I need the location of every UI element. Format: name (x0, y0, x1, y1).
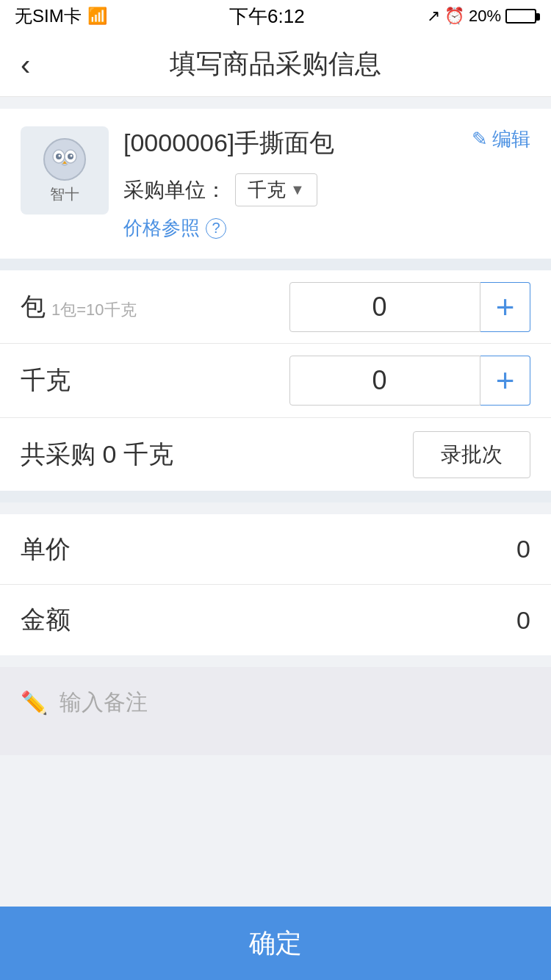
pack-plus-button[interactable]: + (480, 282, 530, 332)
kg-label: 千克 (21, 364, 109, 397)
purchase-unit-row: 采购单位： 千克 ▼ (123, 173, 530, 206)
alarm-icon: ⏰ (444, 7, 464, 26)
content-spacer (0, 755, 551, 917)
notes-placeholder: 输入备注 (60, 688, 148, 718)
kg-input[interactable] (289, 356, 480, 406)
kg-input-row: 千克 + (0, 344, 551, 417)
purchase-unit-label: 采购单位： (123, 176, 226, 204)
kg-plus-button[interactable]: + (480, 356, 530, 406)
amount-value: 0 (516, 606, 530, 635)
separator-1 (0, 259, 551, 270)
status-bar: 无SIM卡 📶 下午6:12 ↗ ⏰ 20% (0, 0, 551, 32)
product-logo-text: 智十 (50, 184, 79, 204)
summary-row: 共采购 0 千克 录批次 (0, 417, 551, 491)
confirm-button[interactable]: 确定 (0, 907, 551, 980)
edit-button[interactable]: ✎ 编辑 (472, 126, 530, 152)
svg-point-5 (59, 154, 61, 156)
product-image: 智十 (21, 126, 109, 215)
status-time: 下午6:12 (229, 4, 305, 29)
notes-input-row[interactable]: ✏️ 输入备注 (21, 688, 530, 718)
help-circle-icon: ? (206, 218, 226, 239)
amount-label: 金额 (21, 603, 71, 637)
summary-text: 共采购 0 千克 (21, 438, 173, 472)
svg-point-6 (71, 154, 73, 156)
pack-label: 包1包=10千克 (21, 290, 137, 324)
pencil-icon: ✏️ (21, 690, 48, 716)
product-info: [0000006]手撕面包 采购单位： 千克 ▼ 价格参照 ? (123, 126, 530, 241)
kg-field-wrapper: + (109, 356, 530, 406)
pack-input-row: 包1包=10千克 + (0, 270, 551, 344)
product-name: [0000006]手撕面包 (123, 126, 530, 160)
price-ref-button[interactable]: 价格参照 ? (123, 215, 530, 241)
wifi-icon: 📶 (87, 7, 107, 26)
pack-field-wrapper: + (137, 282, 530, 332)
status-right: ↗ ⏰ 20% (427, 7, 536, 26)
product-logo-icon (43, 137, 87, 181)
separator-2 (0, 491, 551, 502)
unit-value: 千克 (248, 177, 286, 203)
input-section: 包1包=10千克 + 千克 + (0, 270, 551, 417)
unit-select[interactable]: 千克 ▼ (235, 173, 317, 206)
pack-sub: 1包=10千克 (51, 300, 137, 319)
nav-bar: ‹ 填写商品采购信息 (0, 32, 551, 97)
info-section: 单价 0 金额 0 (0, 514, 551, 655)
product-card: 智十 [0000006]手撕面包 采购单位： 千克 ▼ 价格参照 ? ✎ 编辑 (0, 109, 551, 259)
amount-row: 金额 0 (0, 585, 551, 655)
notes-section: ✏️ 输入备注 (0, 667, 551, 755)
unit-price-row: 单价 0 (0, 514, 551, 585)
unit-price-label: 单价 (21, 533, 71, 566)
carrier-text: 无SIM卡 (15, 4, 82, 28)
battery-icon (505, 9, 536, 24)
pack-input[interactable] (289, 282, 480, 332)
location-icon: ↗ (427, 7, 440, 26)
unit-arrow-icon: ▼ (290, 181, 305, 198)
unit-price-value: 0 (516, 535, 530, 563)
batch-button[interactable]: 录批次 (413, 431, 530, 478)
back-button[interactable]: ‹ (21, 50, 30, 79)
status-left: 无SIM卡 📶 (15, 4, 107, 28)
battery-text: 20% (469, 7, 501, 26)
edit-icon: ✎ (472, 128, 488, 151)
page-title: 填写商品采购信息 (170, 46, 381, 82)
price-ref-label: 价格参照 (123, 215, 200, 241)
edit-label: 编辑 (492, 126, 530, 152)
